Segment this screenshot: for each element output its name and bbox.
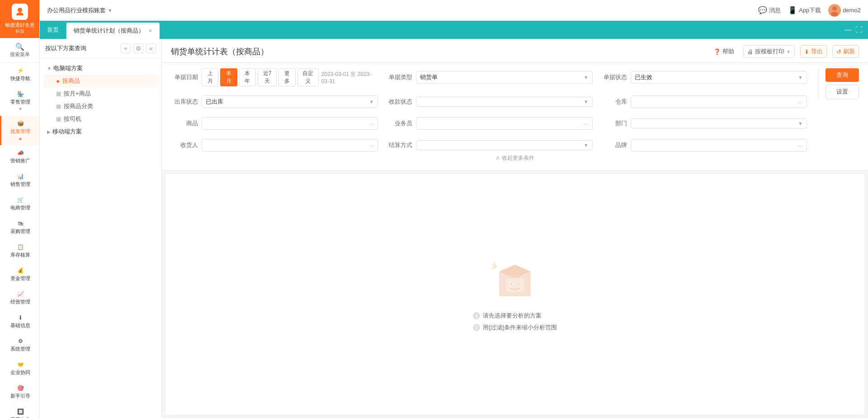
empty-state: 1 请先选择要分析的方案 2 用[过滤]条件来缩小分析范围 <box>165 174 864 414</box>
sidebar-item-system[interactable]: ⚙ 系统管理 <box>0 333 39 357</box>
settings-scheme-btn[interactable]: ⚙ <box>133 43 143 53</box>
print-btn[interactable]: 🖨 按模板打印 ▼ <box>743 45 795 58</box>
salesperson-label: 业务员 <box>385 119 412 128</box>
message-btn[interactable]: 💬 消息 <box>758 6 781 14</box>
message-icon: 💬 <box>758 6 767 14</box>
help-btn[interactable]: ❓ 帮助 <box>710 46 738 57</box>
desktop-scheme-header[interactable]: ▼ 电脑端方案 <box>43 62 158 75</box>
export-btn[interactable]: ⬇ 导出 <box>800 45 827 58</box>
warehouse-out-label: 出库状态 <box>171 98 198 106</box>
hint-text-2: 用[过滤]条件来缩小分析范围 <box>483 322 557 333</box>
tab-home-label: 首页 <box>47 26 59 34</box>
sales-icon: 📊 <box>17 173 24 180</box>
sidebar-item-retail[interactable]: 🏪 零售管理 ▼ <box>0 86 39 116</box>
industry-arrow: ▼ <box>108 8 113 13</box>
sidebar-item-base-info[interactable]: ℹ 基础信息 <box>0 310 39 333</box>
settlement-select[interactable]: ▼ <box>416 140 592 150</box>
sidebar-item-guide[interactable]: 🎯 新手引导 <box>0 380 39 404</box>
finance-label: 资金管理 <box>10 275 30 282</box>
filter-doc-type: 单据类型 销货单 ▼ <box>385 71 599 84</box>
desktop-arrow: ▼ <box>47 66 52 71</box>
industry-selector[interactable]: 办公用品行业模拟账套 ▼ <box>47 6 113 14</box>
query-button[interactable]: 查询 <box>826 68 859 82</box>
date-btn-7days[interactable]: 近7天 <box>258 68 277 86</box>
base-info-icon: ℹ <box>19 314 22 321</box>
industry-label: 办公用品行业模拟账套 <box>47 6 106 14</box>
add-scheme-btn[interactable]: + <box>121 43 131 53</box>
sidebar-item-quick-nav[interactable]: ⚡ 快捷导航 <box>0 63 39 86</box>
app-download-label: App下载 <box>799 6 821 14</box>
left-panel: 按以下方案查询 + ⚙ « ▼ 电脑端方案 ● 按商品 ▦ <box>40 39 162 418</box>
tabbar: 首页 销货单统计计划（按商品） × — ⛶ <box>40 21 868 39</box>
date-buttons: 上月 本月 本年 近7天 更多 自定义 <box>202 68 319 86</box>
tab-sales-stats[interactable]: 销货单统计计划（按商品） × <box>66 23 160 39</box>
wholesale-arrow: ▲ <box>19 136 23 141</box>
hint-num-2: 2 <box>473 324 480 331</box>
doc-type-select[interactable]: 销货单 ▼ <box>416 71 592 84</box>
scheme-by-driver[interactable]: ▦ 按司机 <box>43 113 158 125</box>
warehouse-out-arrow: ▼ <box>369 99 374 104</box>
collapse-panel-btn[interactable]: « <box>146 43 156 53</box>
sidebar-item-finance[interactable]: 💰 资金管理 <box>0 263 39 286</box>
scheme-by-goods-category[interactable]: ▦ 按商品分类 <box>43 100 158 113</box>
settings-button[interactable]: 设置 <box>826 85 859 99</box>
user-profile[interactable]: demo2 <box>828 4 861 17</box>
tab-close-btn[interactable]: × <box>149 28 152 34</box>
sales-label: 销售管理 <box>10 181 30 188</box>
search-menu-item[interactable]: 🔍 搜索菜单 <box>0 38 39 63</box>
salesperson-input[interactable]: ··· <box>416 117 592 130</box>
warehouse-out-select[interactable]: 已出库 ▼ <box>202 95 378 108</box>
filter-row-1: 单据日期 上月 本月 本年 近7天 更多 自定义 <box>171 68 814 86</box>
quick-nav-label: 快捷导航 <box>10 75 30 82</box>
sidebar-item-wholesale[interactable]: 📦 批发管理 ▲ <box>0 116 39 145</box>
date-btn-more[interactable]: 更多 <box>278 68 295 86</box>
print-icon: 🖨 <box>747 48 753 55</box>
sidebar-item-app-center[interactable]: 🔲 应用中心 <box>0 404 39 418</box>
date-btn-this-month[interactable]: 本月 <box>220 68 237 86</box>
sidebar-item-purchase[interactable]: 🛍 采购管理 <box>0 216 39 239</box>
marketing-label: 营销推广 <box>10 157 30 164</box>
topbar: 办公用品行业模拟账套 ▼ 💬 消息 📱 App下载 <box>40 0 868 21</box>
dept-arrow: ▼ <box>798 121 803 126</box>
svg-point-9 <box>510 283 512 285</box>
finance-icon: 💰 <box>17 267 24 274</box>
enterprise-collab-label: 企业协同 <box>10 369 30 376</box>
sidebar-item-enterprise-collab[interactable]: 🤝 企业协同 <box>0 357 39 380</box>
scheme-by-goods[interactable]: ● 按商品 <box>43 75 158 87</box>
doc-status-select[interactable]: 已生效 ▼ <box>631 71 807 84</box>
date-btn-this-year[interactable]: 本年 <box>239 68 256 86</box>
collapse-btn[interactable]: ∧ 收起更多条件 <box>171 152 859 165</box>
date-btn-last-month[interactable]: 上月 <box>202 68 218 86</box>
sidebar-item-marketing[interactable]: 📣 营销推广 <box>0 145 39 169</box>
quick-nav-icon: ⚡ <box>17 67 24 74</box>
mobile-scheme-header[interactable]: ▶ 移动端方案 <box>43 125 158 138</box>
wholesale-icon: 📦 <box>17 120 24 127</box>
scheme-by-month-goods[interactable]: ▦ 按月+商品 <box>43 87 158 100</box>
sidebar-item-ecommerce[interactable]: 🛒 电商管理 <box>0 192 39 216</box>
maximize-btn[interactable]: ⛶ <box>855 26 863 34</box>
warehouse-input[interactable]: ··· <box>631 95 807 108</box>
payment-select[interactable]: ▼ <box>416 97 592 107</box>
minimize-btn[interactable]: — <box>844 26 852 34</box>
sidebar-item-operations[interactable]: 📈 经营管理 <box>0 286 39 310</box>
date-btn-custom[interactable]: 自定义 <box>297 68 319 86</box>
sidebar-item-inventory[interactable]: 📋 库存核算 <box>0 239 39 263</box>
brand-input[interactable]: ··· <box>631 139 807 152</box>
app-name: 畅捷通好生意 <box>5 22 35 28</box>
tab-home[interactable]: 首页 <box>40 21 66 39</box>
app-download-btn[interactable]: 📱 App下载 <box>788 6 821 14</box>
sidebar-item-sales[interactable]: 📊 销售管理 <box>0 169 39 192</box>
settlement-label: 结算方式 <box>385 141 412 149</box>
retail-icon: 🏪 <box>17 91 24 97</box>
tab-sales-stats-label: 销货单统计计划（按商品） <box>74 27 144 35</box>
warehouse-label: 仓库 <box>600 98 627 106</box>
dept-label: 部门 <box>600 119 627 128</box>
filter-row-3: 商品 ··· 业务员 ··· <box>171 117 814 130</box>
dept-select[interactable]: ▼ <box>631 119 807 128</box>
app-logo[interactable]: 畅捷通好生意 标版 <box>0 0 40 38</box>
refresh-btn[interactable]: ↺ 刷新 <box>832 45 859 58</box>
receiver-input[interactable]: ··· <box>202 139 378 152</box>
goods-input[interactable]: ··· <box>202 117 378 130</box>
purchase-icon: 🛍 <box>18 220 23 227</box>
warehouse-out-value: 已出库 <box>206 98 223 106</box>
